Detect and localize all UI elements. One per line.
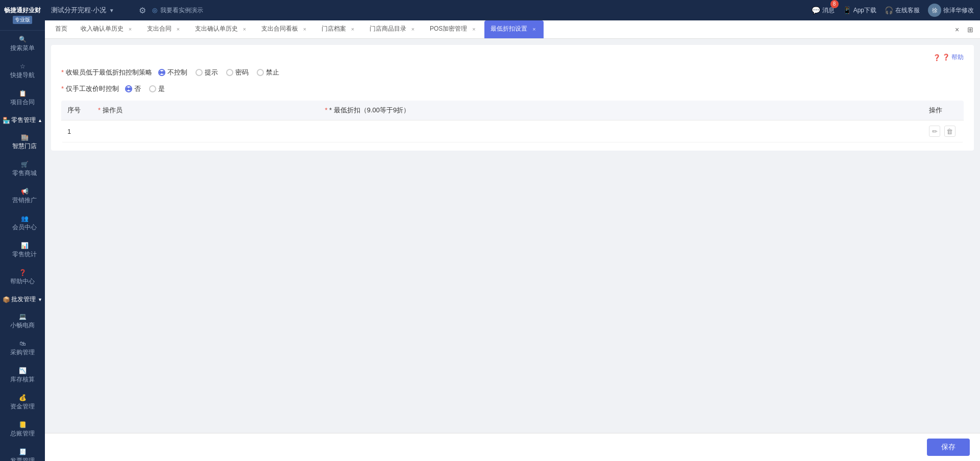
tab-min-discount[interactable]: 最低折扣设置 × bbox=[484, 20, 544, 38]
project-selector[interactable]: 测试分开完程·小况 ▼ bbox=[51, 6, 133, 15]
tab-store-file[interactable]: 门店档案 × bbox=[315, 20, 362, 38]
sidebar-item-ecommerce[interactable]: 💻 小畅电商 bbox=[0, 308, 45, 335]
discount-table: 序号 操作员 * 最低折扣（9.00等于9折） 操作 1 ✏ bbox=[61, 101, 964, 142]
radio-label: 否 bbox=[134, 84, 141, 93]
sidebar-item-ledger[interactable]: 📒 总账管理 bbox=[0, 416, 45, 443]
tab-expand-button[interactable]: ⊞ bbox=[965, 24, 976, 35]
help-icon: ❓ bbox=[19, 269, 27, 276]
manual-control-row: 仅手工改价时控制 否 是 bbox=[61, 84, 964, 93]
sidebar-item-marketing[interactable]: 📢 营销推广 bbox=[0, 183, 45, 210]
sidebar-item-smart-store[interactable]: 🏬 智慧门店 bbox=[0, 129, 45, 156]
online-service-action[interactable]: 🎧 在线客服 bbox=[885, 6, 920, 15]
sidebar-item-retail-mgmt[interactable]: 🏪 零售管理 ▲ bbox=[0, 112, 45, 129]
sidebar-item-retail-mall[interactable]: 🛒 零售商城 bbox=[0, 156, 45, 183]
message-icon: 💬 bbox=[812, 6, 820, 14]
sidebar-item-batch-mgmt[interactable]: 📦 批发管理 ▼ bbox=[0, 291, 45, 308]
help-link[interactable]: ❓ ❓ 帮助 bbox=[933, 53, 964, 62]
tab-pos-password[interactable]: POS加密管理 × bbox=[424, 20, 483, 38]
tab-pay-confirm-history[interactable]: 支出确认单历史 × bbox=[189, 20, 254, 38]
discount-policy-label: 收银员低于最低折扣控制策略 bbox=[61, 68, 152, 77]
settings-card: ❓ ❓ 帮助 收银员低于最低折扣控制策略 不控制 提示 bbox=[51, 45, 974, 151]
manual-control-radio-group: 否 是 bbox=[125, 84, 165, 93]
headset-icon: 🎧 bbox=[885, 6, 893, 14]
radio-forbid[interactable]: 禁止 bbox=[257, 68, 279, 77]
radio-label: 是 bbox=[158, 84, 165, 93]
help-label: ❓ 帮助 bbox=[942, 53, 964, 62]
col-header-action: 操作 bbox=[923, 101, 964, 120]
question-icon: ❓ bbox=[933, 54, 941, 61]
radio-circle bbox=[195, 69, 203, 76]
radio-circle bbox=[226, 69, 233, 76]
sidebar-item-label: 智慧门店 bbox=[6, 142, 43, 151]
online-service-label: 在线客服 bbox=[895, 6, 920, 15]
radio-label: 禁止 bbox=[266, 68, 279, 77]
tab-pay-contract[interactable]: 支出合同 × bbox=[141, 20, 188, 38]
demo-link[interactable]: ◎ 我要看实例演示 bbox=[152, 6, 203, 15]
main-area: 测试分开完程·小况 ▼ ⚙ ◎ 我要看实例演示 💬 消息 8 📱 App下载 🎧… bbox=[45, 0, 980, 461]
radio-yes[interactable]: 是 bbox=[149, 84, 165, 93]
capital-icon: 💰 bbox=[19, 394, 27, 401]
sidebar-item-invoice[interactable]: 🧾 发票管理 bbox=[0, 443, 45, 461]
app-name: 畅捷通好业财 bbox=[4, 6, 41, 15]
app-download-action[interactable]: 📱 App下载 bbox=[843, 6, 876, 15]
tab-close-icon[interactable]: × bbox=[175, 26, 182, 33]
tab-close-icon[interactable]: × bbox=[409, 26, 416, 33]
tab-store-goods[interactable]: 门店商品目录 × bbox=[363, 20, 423, 38]
tab-close-active-icon[interactable]: × bbox=[530, 26, 537, 33]
stats-icon: 📊 bbox=[21, 242, 29, 249]
radio-no-control[interactable]: 不控制 bbox=[158, 68, 187, 77]
settings-button[interactable]: ⚙ bbox=[139, 6, 146, 15]
tab-label: POS加密管理 bbox=[430, 25, 467, 33]
tab-pay-contract-board[interactable]: 支出合同看板 × bbox=[255, 20, 314, 38]
sidebar-item-retail-stats[interactable]: 📊 零售统计 bbox=[0, 237, 45, 264]
project-name: 测试分开完程·小况 bbox=[51, 6, 106, 15]
tab-home[interactable]: 首页 bbox=[49, 20, 74, 38]
sidebar-item-project-contract[interactable]: 📋 项目合同 bbox=[0, 85, 45, 112]
cell-operator bbox=[92, 120, 318, 142]
tab-close-all-button[interactable]: × bbox=[951, 24, 963, 35]
tab-close-icon[interactable]: × bbox=[241, 26, 248, 33]
discount-policy-row: 收银员低于最低折扣控制策略 不控制 提示 密码 bbox=[61, 68, 964, 77]
tabbar-actions: × ⊞ bbox=[951, 24, 976, 35]
sidebar-item-search[interactable]: 🔍 搜索菜单 bbox=[0, 31, 45, 58]
star-icon: ☆ bbox=[20, 63, 26, 70]
message-action[interactable]: 💬 消息 8 bbox=[812, 6, 835, 15]
sidebar-item-capital-mgmt[interactable]: 💰 资金管理 bbox=[0, 389, 45, 416]
sidebar-item-member-center[interactable]: 👥 会员中心 bbox=[0, 210, 45, 237]
delete-row-button[interactable]: 🗑 bbox=[944, 126, 955, 137]
save-button[interactable]: 保存 bbox=[927, 439, 970, 456]
cell-seq: 1 bbox=[61, 120, 92, 142]
radio-no[interactable]: 否 bbox=[125, 84, 141, 93]
radio-circle-checked bbox=[158, 69, 165, 76]
tab-label: 收入确认单历史 bbox=[81, 25, 124, 33]
tab-close-icon[interactable]: × bbox=[301, 26, 308, 33]
ecommerce-icon: 💻 bbox=[19, 313, 27, 320]
manual-control-label: 仅手工改价时控制 bbox=[61, 84, 119, 93]
sidebar-item-label: 营销推广 bbox=[6, 196, 43, 205]
sidebar-item-label: 库存核算 bbox=[2, 375, 43, 384]
sidebar-item-label: 资金管理 bbox=[2, 402, 43, 411]
retail-icon: 🏪 bbox=[3, 117, 10, 124]
table: 序号 操作员 * 最低折扣（9.00等于9折） 操作 1 ✏ bbox=[61, 101, 964, 142]
phone-icon: 📱 bbox=[843, 6, 851, 14]
radio-label: 不控制 bbox=[167, 68, 187, 77]
tab-close-icon[interactable]: × bbox=[349, 26, 356, 33]
tab-close-icon[interactable]: × bbox=[470, 26, 477, 33]
sidebar-item-label: 帮助中心 bbox=[2, 277, 43, 286]
tab-close-icon[interactable]: × bbox=[127, 26, 134, 33]
message-badge: 8 bbox=[830, 0, 839, 8]
col-header-discount: * 最低折扣（9.00等于9折） bbox=[318, 101, 923, 120]
sidebar-item-purchase-mgmt[interactable]: 🛍 采购管理 bbox=[0, 335, 45, 362]
chevron-down-icon: ▼ bbox=[109, 8, 114, 13]
radio-remind[interactable]: 提示 bbox=[195, 68, 218, 77]
bottom-bar: 保存 bbox=[45, 433, 980, 461]
radio-password[interactable]: 密码 bbox=[226, 68, 249, 77]
sidebar-item-help-center[interactable]: ❓ 帮助中心 bbox=[0, 264, 45, 291]
tab-label: 门店商品目录 bbox=[370, 25, 406, 33]
sidebar-item-inventory[interactable]: 📉 库存核算 bbox=[0, 362, 45, 389]
ledger-icon: 📒 bbox=[19, 421, 27, 428]
edit-row-button[interactable]: ✏ bbox=[929, 126, 940, 137]
sidebar-item-quick-nav[interactable]: ☆ 快捷导航 bbox=[0, 58, 45, 85]
tab-income-history[interactable]: 收入确认单历史 × bbox=[75, 20, 140, 38]
user-action[interactable]: 徐 徐泽华修改 bbox=[928, 4, 974, 17]
